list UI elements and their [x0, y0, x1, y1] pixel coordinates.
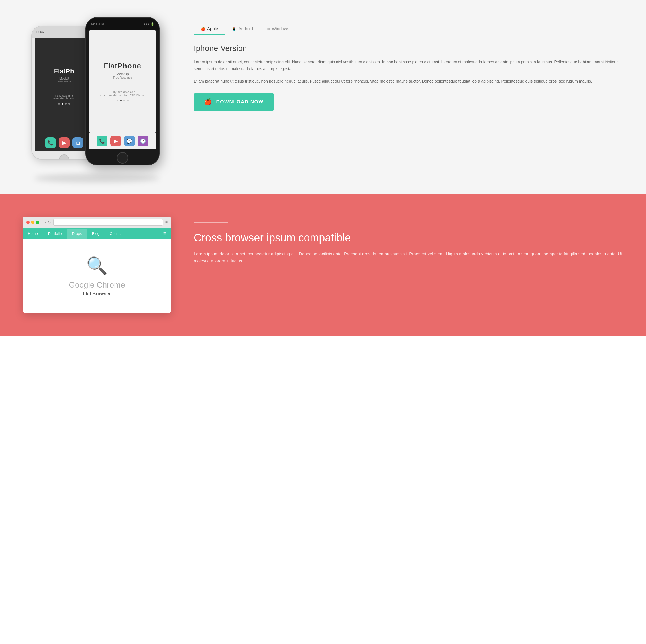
nav-hamburger-icon[interactable]: ≡ [158, 228, 171, 239]
android-tab-icon: 📱 [232, 26, 236, 31]
download-apple-icon: 🍎 [204, 98, 212, 106]
phones-shadow [34, 174, 159, 182]
download-label: DOWNLOAD NOW [216, 99, 263, 105]
iphone-desc-para1: Lorem ipsum dolor sit amet, consectetur … [194, 59, 623, 72]
right-content: 🍎 Apple 📱 Android ⊞ Windows Iphone Versi… [194, 17, 623, 111]
phone-black-screen: FlatPhone MockUp Free Resource Fully-sca… [90, 30, 155, 133]
phone-white-time: 14:06 [36, 30, 44, 34]
bdot4 [127, 100, 128, 101]
dot2 [62, 103, 63, 105]
icon-clock-black: 🕐 [138, 136, 148, 146]
phone-white-icons: 📞 ▶ ◻ [35, 134, 94, 151]
phone-white-dots [58, 103, 70, 105]
windows-tab-icon: ⊞ [267, 26, 270, 31]
bdot3 [123, 100, 125, 101]
refresh-icon[interactable]: ↻ [47, 220, 51, 225]
phone-white-subtitle: MockU [59, 77, 69, 80]
divider-line [194, 222, 228, 223]
home-btn-black [117, 152, 128, 164]
bottom-section: ‹ › ↻ ≡ Home Portfolio Drops Blog Contac… [0, 194, 646, 336]
iphone-desc-para2: Etiam placerat nunc ut tellus tristique,… [194, 78, 623, 85]
chrome-title: Google Chrome [69, 281, 125, 290]
phone-black: 14:06 PM ●●● 🔋 FlatPhone MockUp Free Res… [86, 17, 159, 165]
phone-black-resource: Free Resource [113, 76, 132, 79]
browser-url-bar[interactable] [53, 219, 163, 226]
phone-black-appname: FlatPhone [104, 62, 141, 70]
tab-windows[interactable]: ⊞ Windows [260, 23, 296, 35]
nav-home[interactable]: Home [23, 228, 43, 238]
apple-tab-icon: 🍎 [201, 26, 205, 31]
dot1 [58, 103, 60, 105]
phone-white-appname: FlatPh [54, 68, 74, 75]
phone-black-icons: 📞 ▶ 💬 🕐 [90, 133, 155, 149]
browser-nav-controls: ‹ › ↻ [41, 220, 51, 225]
phone-black-signal: ●●● [144, 22, 149, 26]
close-dot [26, 221, 30, 224]
platform-tabs: 🍎 Apple 📱 Android ⊞ Windows [194, 23, 623, 35]
phones-container: 14:06 ●●● FlatPh MockU Free Resou Fully-… [23, 17, 171, 177]
bdot2 [120, 100, 122, 101]
icon-phone-white: 📞 [45, 137, 56, 148]
phone-white-resource: Free Resou [57, 80, 71, 83]
phone-white-screen: FlatPh MockU Free Resou Fully-scalablecu… [35, 37, 94, 134]
phone-black-desc: Fully-scalable andcustomizable vector PS… [100, 91, 145, 97]
nav-blog[interactable]: Blog [87, 228, 105, 238]
phone-white-desc: Fully-scalablecustomizable vecto [52, 94, 76, 100]
chrome-logo-icon: 🔍 [86, 255, 108, 276]
tab-apple[interactable]: 🍎 Apple [194, 23, 225, 35]
phone-black-subtitle: MockUp [116, 72, 129, 76]
icon-phone-black: 📞 [97, 136, 107, 146]
tab-android-label: Android [238, 26, 253, 31]
iphone-version-title: Iphone Version [194, 44, 623, 53]
browser-menu-icon[interactable]: ≡ [165, 220, 168, 225]
icon-play-black: ▶ [110, 136, 121, 146]
nav-contact[interactable]: Contact [105, 228, 128, 238]
tab-android[interactable]: 📱 Android [225, 23, 260, 35]
browser-traffic-lights [26, 221, 39, 224]
dot4 [69, 103, 70, 105]
home-btn-white [59, 154, 69, 159]
forward-icon[interactable]: › [45, 220, 46, 225]
chrome-subtitle: Flat Browser [83, 291, 111, 296]
phone-black-time: 14:06 PM [91, 22, 104, 26]
browser-content-area: 🔍 Google Chrome Flat Browser [23, 239, 171, 313]
download-button[interactable]: 🍎 DOWNLOAD NOW [194, 93, 274, 111]
tab-windows-label: Windows [272, 26, 289, 31]
phone-black-battery: 🔋 [150, 22, 154, 26]
phone-black-dots [117, 100, 128, 101]
icon-play-white: ▶ [59, 137, 70, 148]
back-icon[interactable]: ‹ [41, 220, 43, 225]
nav-portfolio[interactable]: Portfolio [43, 228, 67, 238]
cross-browser-content: Cross browser ipsum compatible Lorem ips… [194, 217, 623, 265]
dot3 [65, 103, 67, 105]
top-section: 14:06 ●●● FlatPh MockU Free Resou Fully-… [0, 0, 646, 194]
cross-browser-desc: Lorem ipsum dolor sit amet, consectetur … [194, 250, 623, 265]
phone-black-bottom [86, 149, 159, 165]
browser-mockup: ‹ › ↻ ≡ Home Portfolio Drops Blog Contac… [23, 217, 171, 313]
icon-chat-white: ◻ [72, 137, 83, 148]
phone-black-topbar: 14:06 PM ●●● 🔋 [86, 18, 159, 30]
bdot1 [117, 100, 118, 101]
maximize-dot [36, 221, 39, 224]
tab-apple-label: Apple [207, 26, 218, 31]
cross-browser-title: Cross browser ipsum compatible [194, 231, 623, 244]
icon-chat-black: 💬 [124, 136, 135, 146]
nav-drops[interactable]: Drops [67, 228, 87, 238]
browser-nav-bar: Home Portfolio Drops Blog Contact ≡ [23, 228, 171, 239]
browser-chrome-bar: ‹ › ↻ ≡ [23, 217, 171, 228]
minimize-dot [31, 221, 34, 224]
